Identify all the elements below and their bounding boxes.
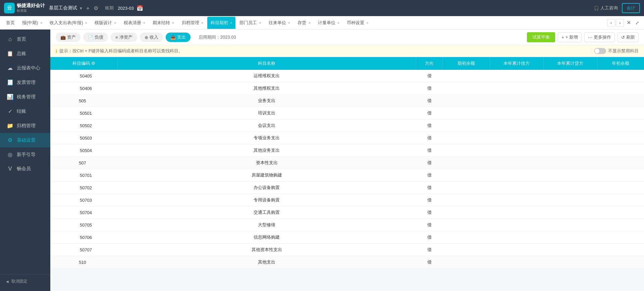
sidebar-item-总账[interactable]: 📋 总账 — [0, 46, 50, 61]
cell-direction: 借 — [416, 157, 443, 169]
table-row[interactable]: 50704 交通工具购置 借 — [50, 206, 644, 219]
cell-year-balance — [597, 219, 644, 231]
add-button[interactable]: + + 新增 — [558, 32, 582, 42]
cell-year-credit — [543, 169, 597, 182]
sidebar-item-首页[interactable]: ⌂ 首页 — [0, 32, 50, 46]
cell-year-debit — [490, 182, 543, 194]
more-button[interactable]: ⋯ 更多操作 — [584, 32, 615, 42]
sub-tab-资产[interactable]: 💼 资产 — [56, 33, 80, 42]
sidebar-item-新手引导[interactable]: ◎ 新手引导 — [0, 147, 50, 162]
tab-prev-button[interactable]: ‹ — [607, 19, 615, 27]
table-row[interactable]: 50707 其他资本性支出 借 — [50, 244, 644, 256]
tab-item-12[interactable]: 币种设置× — [343, 17, 372, 29]
tab-close-button[interactable]: × — [308, 21, 310, 25]
table-row[interactable]: 50502 会议支出 借 — [50, 119, 644, 132]
sidebar-item-税务管理[interactable]: 📊 税务管理 — [0, 90, 50, 104]
tab-close-all-button[interactable]: ✕ — [625, 19, 633, 27]
sidebar-collapse-button[interactable]: ◄ 取消固定 — [0, 274, 50, 288]
account-type-button[interactable]: 会计 — [622, 3, 640, 13]
tab-item-10[interactable]: 存货× — [294, 17, 314, 29]
cell-period-balance — [443, 194, 490, 206]
cell-code: 507 — [50, 157, 117, 169]
sidebar-item-基础设置[interactable]: ⚙ 基础设置 — [0, 133, 50, 147]
more-icon: ⋯ — [588, 35, 592, 40]
table-row[interactable]: 50406 其他维权支出 借 — [50, 82, 644, 95]
tab-close-button[interactable]: × — [85, 21, 87, 25]
tab-close-button[interactable]: × — [143, 21, 145, 25]
tab-item-11[interactable]: 计量单位× — [315, 17, 343, 29]
tab-close-button[interactable]: × — [259, 21, 261, 25]
cell-year-balance — [597, 157, 644, 169]
refresh-button[interactable]: ↺ 刷新 — [618, 32, 639, 42]
cell-direction: 借 — [416, 206, 443, 219]
sub-tab-支出[interactable]: 📤 支出 — [166, 33, 191, 42]
table-row[interactable]: 505 业务支出 借 — [50, 95, 644, 107]
tab-label: 报(中期) — [22, 20, 38, 26]
account-name[interactable]: 基层工会测试 — [49, 5, 77, 11]
tab-close-button[interactable]: × — [172, 21, 174, 25]
cell-year-debit — [490, 244, 543, 256]
table-row[interactable]: 50702 办公设备购置 借 — [50, 182, 644, 194]
dropdown-icon[interactable]: ▾ — [80, 6, 82, 11]
sidebar-item-发票管理[interactable]: 🧾 发票管理 — [0, 75, 50, 90]
cell-direction: 借 — [416, 182, 443, 194]
tab-item-0[interactable]: 首页 — [3, 17, 18, 29]
cell-code: 510 — [50, 256, 117, 269]
cell-period-balance — [443, 132, 490, 144]
table-row[interactable]: 50706 信息网络购建 借 — [50, 231, 644, 244]
table-wrapper[interactable]: 科目编码 ⚙ 科目名称 方向 期初余额 本年累计借方 本年累计贷方 年初余额 5… — [50, 57, 644, 291]
tab-item-5[interactable]: 期末结转× — [149, 17, 177, 29]
table-row[interactable]: 510 其他支出 借 — [50, 256, 644, 269]
balance-button[interactable]: 试算平衡 — [527, 32, 555, 42]
table-row[interactable]: 50504 其他业务支出 借 — [50, 144, 644, 157]
tab-maximize-button[interactable]: ⤢ — [633, 19, 641, 27]
calendar-icon[interactable]: 📅 — [137, 5, 143, 11]
tab-item-1[interactable]: 报(中期)× — [19, 17, 46, 29]
sidebar-item-结账[interactable]: ✓ 结账 — [0, 104, 50, 118]
tab-close-button[interactable]: × — [201, 21, 203, 25]
cell-name: 其他业务支出 — [117, 144, 416, 157]
add-icon[interactable]: ＋ — [85, 4, 91, 12]
tab-item-6[interactable]: 归档管理× — [178, 17, 207, 29]
cell-name: 业务支出 — [117, 95, 416, 107]
gear-icon[interactable]: ⚙ — [91, 61, 95, 66]
table-row[interactable]: 507 资本性支出 借 — [50, 157, 644, 169]
headset-icon: 🎧 — [594, 6, 599, 11]
tab-item-7[interactable]: 科目期初× — [207, 17, 235, 29]
table-row[interactable]: 50703 专用设备购置 借 — [50, 194, 644, 206]
tab-item-8[interactable]: 部门员工× — [236, 17, 264, 29]
support-button[interactable]: 🎧 人工咨询 — [594, 5, 618, 11]
tab-close-button[interactable]: × — [230, 21, 232, 25]
cell-code: 50406 — [50, 82, 117, 95]
settings-icon[interactable]: ⚙ — [94, 5, 98, 11]
tab-close-button[interactable]: × — [114, 21, 116, 25]
sidebar-icon-7: ⚙ — [7, 137, 13, 143]
table-row[interactable]: 50405 运维维权支出 借 — [50, 70, 644, 82]
table-row[interactable]: 50705 大型修缮 借 — [50, 219, 644, 231]
tab-close-button[interactable]: × — [366, 21, 368, 25]
tab-item-9[interactable]: 往来单位× — [265, 17, 293, 29]
cell-name: 其他支出 — [117, 256, 416, 269]
tab-next-button[interactable]: › — [616, 19, 624, 27]
cell-year-balance — [597, 95, 644, 107]
table-row[interactable]: 50503 专项业务支出 借 — [50, 132, 644, 144]
cell-year-credit — [543, 144, 597, 157]
sidebar-item-归档管理[interactable]: 📁 归档管理 — [0, 118, 50, 133]
tab-item-4[interactable]: 税表清册× — [120, 17, 149, 29]
table-row[interactable]: 50701 房屋建筑物购建 借 — [50, 169, 644, 182]
sub-tab-收入[interactable]: ⊕ 收入 — [140, 33, 163, 42]
table-row[interactable]: 50501 培训支出 借 — [50, 107, 644, 119]
header-right: 🎧 人工咨询 会计 — [594, 3, 640, 13]
sidebar-item-云报表中心[interactable]: ☁ 云报表中心 — [0, 61, 50, 75]
tab-item-2[interactable]: 收入支出表(年报)× — [46, 17, 91, 29]
tab-close-button[interactable]: × — [337, 21, 339, 25]
toggle-switch[interactable] — [594, 48, 606, 54]
sub-tab-负债[interactable]: 📄 负债 — [83, 33, 108, 42]
sidebar-item-畅会员[interactable]: V 畅会员 — [0, 162, 50, 176]
tab-item-3[interactable]: 模版设计× — [91, 17, 119, 29]
cell-period-balance — [443, 256, 490, 269]
tab-close-button[interactable]: × — [40, 21, 42, 25]
cell-code: 50501 — [50, 107, 117, 119]
sub-tab-净资产[interactable]: ≡ 净资产 — [111, 33, 137, 42]
tab-close-button[interactable]: × — [288, 21, 290, 25]
